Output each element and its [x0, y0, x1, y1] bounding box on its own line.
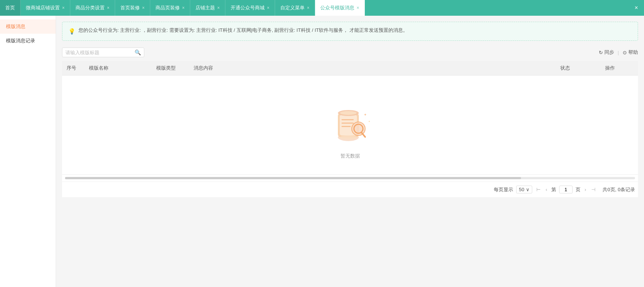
close-template-msg-icon[interactable]: × [357, 5, 359, 10]
search-input[interactable] [65, 50, 135, 55]
sync-label: 同步 [604, 49, 614, 56]
close-all-button[interactable]: × [629, 0, 644, 16]
notice-content: 您的公众号行业为: 主营行业: ，副营行业: 需要设置为: 主营行业: IT科技… [78, 27, 408, 34]
col-header-content: 消息内容 [189, 61, 556, 76]
sync-button[interactable]: ↻ 同步 [599, 49, 614, 56]
sidebar-item-template-log[interactable]: 模版消息记录 [0, 34, 56, 48]
nav-tab-open-mall-label: 开通公众号商城 [231, 4, 265, 11]
nav-tab-template-msg[interactable]: 公众号模版消息 × [315, 0, 365, 16]
scrollbar-thumb[interactable] [65, 177, 521, 179]
nav-tab-category-settings[interactable]: 商品分类设置 × [70, 0, 115, 16]
notice-suffix: 才能正常发送预置的消息。 [349, 27, 408, 33]
col-header-index: 序号 [62, 61, 84, 76]
pagination: 每页显示 50 ∨ ⊢ ‹ 第 页 › ⊣ 共0页, 0条记录 [62, 181, 638, 197]
col-header-type: 模版类型 [152, 61, 189, 76]
content-area: 💡 您的公众号行业为: 主营行业: ，副营行业: 需要设置为: 主营行业: IT… [56, 16, 644, 287]
search-box[interactable]: 🔍 [62, 48, 144, 57]
nav-tab-category-settings-label: 商品分类设置 [76, 4, 105, 11]
nav-tab-store-theme-label: 店铺主题 [195, 4, 215, 11]
nav-tab-custom-menu[interactable]: 自定义菜单 × [275, 0, 315, 16]
svg-text:·: · [365, 117, 366, 119]
col-header-action: 操作 [601, 61, 638, 76]
help-icon: ⊙ [623, 50, 627, 55]
first-page-button[interactable]: ⊢ [535, 187, 542, 192]
top-nav: 首页 微商城店铺设置 × 商品分类设置 × 首页装修 × 商品页装修 × 店铺主… [0, 0, 644, 16]
total-info: 共0页, 0条记录 [603, 186, 635, 193]
table-header-row: 序号 模版名称 模版类型 消息内容 状态 操作 [62, 61, 638, 76]
main-layout: 模版消息 模版消息记录 💡 您的公众号行业为: 主营行业: ，副营行业: 需要设… [0, 16, 644, 287]
scrollbar-area [62, 175, 638, 181]
page-input[interactable] [559, 186, 573, 193]
toolbar-divider: | [618, 50, 619, 55]
sync-icon: ↻ [599, 50, 603, 55]
table-body: ✦ ✦ · 暂无数据 [62, 76, 638, 175]
nav-tab-store-settings-label: 微商城店铺设置 [26, 4, 60, 11]
prev-page-button[interactable]: ‹ [545, 187, 548, 192]
close-category-settings-icon[interactable]: × [107, 5, 110, 10]
sidebar: 模版消息 模版消息记录 [0, 16, 56, 287]
table-wrapper: 序号 模版名称 模版类型 消息内容 状态 操作 [62, 61, 638, 197]
nav-tab-store-theme[interactable]: 店铺主题 × [190, 0, 225, 16]
close-home-decor-icon[interactable]: × [142, 5, 145, 10]
search-icon[interactable]: 🔍 [135, 49, 141, 55]
last-page-button[interactable]: ⊣ [590, 187, 597, 192]
nav-tab-home[interactable]: 首页 [0, 0, 21, 16]
col-header-status: 状态 [556, 61, 601, 76]
svg-point-8 [340, 135, 357, 139]
nav-tab-open-mall[interactable]: 开通公众号商城 × [225, 0, 275, 16]
page-unit-label: 页 [576, 186, 580, 193]
bulb-icon: 💡 [68, 27, 76, 36]
page-label: 第 [551, 186, 556, 193]
close-open-mall-icon[interactable]: × [267, 5, 269, 10]
close-product-decor-icon[interactable]: × [182, 5, 185, 10]
nav-tab-custom-menu-label: 自定义菜单 [280, 4, 305, 11]
nav-tab-template-msg-label: 公众号模版消息 [320, 4, 354, 11]
close-store-settings-icon[interactable]: × [62, 5, 65, 10]
empty-state: ✦ ✦ · 暂无数据 [67, 79, 634, 171]
data-table: 序号 模版名称 模版类型 消息内容 状态 操作 [62, 61, 638, 175]
col-header-name: 模版名称 [84, 61, 152, 76]
sidebar-item-template-msg-label: 模版消息 [6, 24, 25, 29]
help-button[interactable]: ⊙ 帮助 [623, 49, 638, 56]
empty-state-cell: ✦ ✦ · 暂无数据 [62, 76, 638, 175]
notice-highlight: 需要设置为: 主营行业: IT科技 / 互联网|电子商务, 副营行业: IT科技… [169, 27, 348, 33]
nav-tab-store-settings[interactable]: 微商城店铺设置 × [21, 0, 70, 16]
svg-text:✦: ✦ [368, 120, 370, 123]
nav-tab-home-decor-label: 首页装修 [120, 4, 140, 11]
per-page-value: 50 [519, 187, 524, 192]
table-head: 序号 模版名称 模版类型 消息内容 状态 操作 [62, 61, 638, 76]
nav-tab-home-decor[interactable]: 首页装修 × [115, 0, 150, 16]
scrollbar-track[interactable] [65, 177, 635, 179]
empty-illustration: ✦ ✦ · [328, 102, 373, 147]
empty-state-row: ✦ ✦ · 暂无数据 [62, 76, 638, 175]
close-store-theme-icon[interactable]: × [217, 5, 220, 10]
chevron-down-icon: ∨ [526, 187, 530, 192]
sidebar-item-template-msg[interactable]: 模版消息 [0, 19, 56, 34]
next-page-button[interactable]: › [583, 187, 587, 192]
nav-tab-product-decor-label: 商品页装修 [155, 4, 180, 11]
nav-tab-product-decor[interactable]: 商品页装修 × [150, 0, 190, 16]
sidebar-item-template-log-label: 模版消息记录 [6, 38, 35, 43]
toolbar: 🔍 ↻ 同步 | ⊙ 帮助 [62, 48, 638, 57]
per-page-select[interactable]: 50 ∨ [516, 186, 532, 193]
nav-tab-home-label: 首页 [5, 4, 15, 11]
close-custom-menu-icon[interactable]: × [307, 5, 309, 10]
svg-text:✦: ✦ [364, 113, 367, 117]
notice-prefix: 您的公众号行业为: 主营行业: ，副营行业: [78, 27, 168, 33]
help-label: 帮助 [628, 49, 638, 56]
per-page-label: 每页显示 [494, 186, 513, 193]
toolbar-right: ↻ 同步 | ⊙ 帮助 [599, 49, 638, 56]
svg-point-7 [340, 111, 357, 115]
empty-text: 暂无数据 [341, 153, 360, 159]
notice-banner: 💡 您的公众号行业为: 主营行业: ，副营行业: 需要设置为: 主营行业: IT… [62, 22, 638, 41]
